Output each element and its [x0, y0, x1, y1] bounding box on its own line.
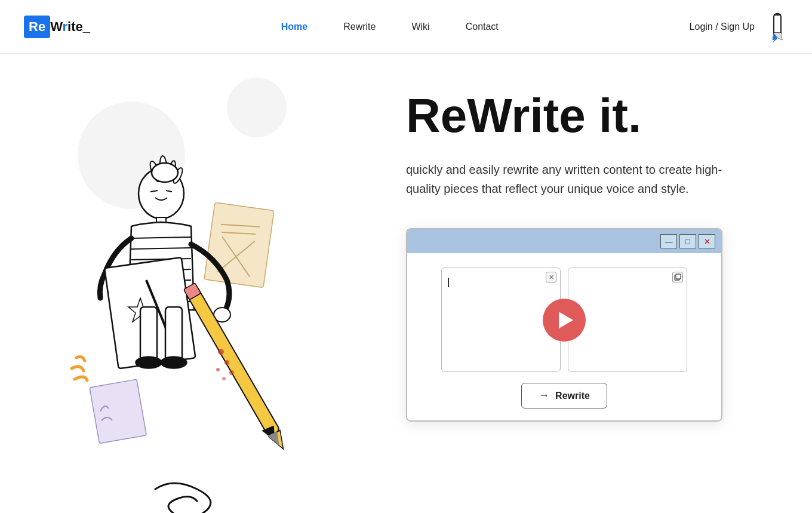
- svg-rect-34: [140, 307, 157, 361]
- svg-point-36: [136, 357, 162, 368]
- clear-input-button[interactable]: ✕: [546, 272, 556, 282]
- text-cursor: [448, 278, 449, 287]
- logo-ite: ite_: [67, 19, 90, 34]
- svg-rect-44: [676, 274, 681, 279]
- hero-content: ReWrite it. quickly and easily rewrite a…: [406, 54, 812, 513]
- close-button[interactable]: ✕: [699, 234, 715, 248]
- pen-icon: [767, 10, 788, 44]
- hero-illustration-area: [0, 54, 406, 513]
- svg-point-42: [222, 377, 226, 380]
- app-panels: ✕: [419, 268, 709, 372]
- svg-point-37: [161, 357, 187, 368]
- rewrite-button-label: Rewrite: [555, 391, 590, 401]
- svg-rect-35: [165, 307, 182, 361]
- svg-point-39: [224, 360, 229, 365]
- navbar: Re Write_ Home Rewrite Wiki Contact Logi…: [0, 0, 812, 54]
- nav-links: Home Rewrite Wiki Contact: [281, 21, 499, 32]
- svg-point-40: [216, 368, 220, 371]
- arrow-icon: →: [539, 389, 549, 402]
- logo-blue-r: r: [63, 19, 68, 34]
- play-button[interactable]: [543, 299, 586, 342]
- nav-link-rewrite[interactable]: Rewrite: [343, 21, 376, 32]
- svg-point-13: [152, 163, 178, 182]
- nav-item-rewrite[interactable]: Rewrite: [343, 21, 376, 32]
- hero-illustration: [12, 95, 299, 513]
- copy-button[interactable]: [672, 272, 683, 282]
- nav-right: Login / Sign Up: [690, 10, 788, 44]
- logo-w: W: [50, 19, 62, 34]
- output-panel: [568, 268, 687, 372]
- app-titlebar: — □ ✕: [407, 229, 721, 253]
- nav-item-contact[interactable]: Contact: [466, 21, 499, 32]
- logo-write: Write_: [50, 19, 90, 35]
- minimize-button[interactable]: —: [660, 234, 677, 248]
- app-body: ✕ →: [407, 253, 721, 420]
- hero-subtitle: quickly and easily rewrite any written c…: [406, 160, 722, 198]
- svg-rect-3: [204, 202, 274, 288]
- nav-link-wiki[interactable]: Wiki: [411, 21, 429, 32]
- svg-rect-2: [90, 379, 146, 443]
- svg-rect-29: [185, 285, 280, 437]
- rewrite-button[interactable]: → Rewrite: [521, 383, 607, 408]
- svg-point-38: [218, 349, 224, 355]
- app-window: — □ ✕ ✕: [406, 228, 722, 422]
- logo[interactable]: Re Write_: [24, 16, 90, 38]
- hero-section: ReWrite it. quickly and easily rewrite a…: [0, 54, 812, 513]
- hero-title: ReWrite it.: [406, 90, 788, 142]
- svg-point-41: [229, 370, 234, 375]
- rewrite-bar: → Rewrite: [419, 383, 709, 408]
- logo-re: Re: [24, 16, 50, 38]
- nav-item-home[interactable]: Home: [281, 21, 307, 32]
- nav-item-wiki[interactable]: Wiki: [411, 21, 429, 32]
- nav-link-contact[interactable]: Contact: [466, 21, 499, 32]
- maximize-button[interactable]: □: [679, 234, 696, 248]
- login-signup-link[interactable]: Login / Sign Up: [690, 21, 755, 32]
- nav-link-home[interactable]: Home: [281, 21, 307, 32]
- play-triangle-icon: [559, 312, 573, 328]
